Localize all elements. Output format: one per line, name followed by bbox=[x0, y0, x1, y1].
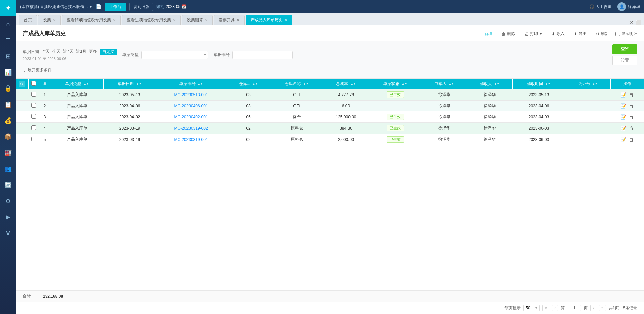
row-number-cell[interactable]: MC-20230402-001 bbox=[156, 111, 226, 123]
sidebar-item-clipboard[interactable]: 📋 bbox=[0, 97, 16, 113]
workbench-button[interactable]: 工作台 bbox=[105, 3, 126, 11]
delete-row-icon[interactable]: 🗑 bbox=[629, 103, 634, 109]
query-button[interactable]: 查询 bbox=[612, 44, 637, 54]
tab-purchase-vat[interactable]: 查看进项增值税专用发票 ✕ bbox=[122, 15, 181, 25]
col-status[interactable]: 单据状态 ▲▼ bbox=[369, 79, 422, 89]
row-checkbox[interactable] bbox=[31, 92, 36, 97]
sidebar-item-menu[interactable]: ☰ bbox=[0, 32, 16, 48]
row-checkbox[interactable] bbox=[31, 103, 36, 108]
switch-version-button[interactable]: 切到旧版 bbox=[129, 3, 153, 11]
select-all-checkbox[interactable] bbox=[31, 81, 36, 86]
tab-sales-vat[interactable]: 查看销项增值税专用发票 ✕ bbox=[62, 15, 121, 25]
edit-icon[interactable]: 📝 bbox=[621, 103, 626, 109]
page-input[interactable] bbox=[568, 305, 581, 311]
tab-purchase-vat-close[interactable]: ✕ bbox=[173, 18, 176, 22]
col-warehouse-name[interactable]: 仓库名称 ▲▼ bbox=[270, 79, 323, 89]
col-settings[interactable]: ⚙ bbox=[16, 79, 28, 89]
yesterday-link[interactable]: 昨天 bbox=[42, 49, 50, 55]
main-area: (库存核算) 直播轻捷通信息技术股份... ▼ 📄 工作台 切到旧版 账期 20… bbox=[16, 0, 644, 314]
sidebar-item-finance[interactable]: 💰 bbox=[0, 113, 16, 129]
delete-row-icon[interactable]: 🗑 bbox=[629, 126, 634, 131]
delete-row-icon[interactable]: 🗑 bbox=[629, 137, 634, 142]
row-action-cell: 📝 🗑 bbox=[610, 111, 644, 123]
row-number-cell[interactable]: MC-20230319-001 bbox=[156, 134, 226, 145]
row-number-cell[interactable]: MC-20230319-002 bbox=[156, 123, 226, 134]
calendar-icon[interactable]: 📅 bbox=[182, 4, 187, 9]
row-wname-cell: GEf bbox=[270, 89, 323, 101]
month-link[interactable]: 近1月 bbox=[76, 49, 87, 55]
row-number-cell[interactable]: MC-20230513-001 bbox=[156, 89, 226, 101]
col-date[interactable]: 单据日期 ▲▼ bbox=[103, 79, 156, 89]
custom-date-link[interactable]: 自定义 bbox=[100, 49, 117, 55]
col-voucher[interactable]: 凭证号 ▲▼ bbox=[565, 79, 610, 89]
per-page-select[interactable]: 20 50 100 bbox=[523, 305, 540, 311]
delete-row-icon[interactable]: 🗑 bbox=[629, 114, 634, 120]
tab-invoice-close[interactable]: ✕ bbox=[53, 18, 56, 22]
today-link[interactable]: 今天 bbox=[52, 49, 60, 55]
refresh-button[interactable]: ↺ 刷新 bbox=[593, 29, 611, 38]
sidebar-item-version[interactable]: V bbox=[0, 225, 16, 241]
setting-button[interactable]: 设置 bbox=[612, 56, 637, 65]
col-number[interactable]: 单据编号 ▲▼ bbox=[156, 79, 226, 89]
row-number-cell[interactable]: MC-20230406-001 bbox=[156, 101, 226, 111]
next-page-btn[interactable]: › bbox=[590, 305, 596, 311]
content-area: 产成品入库单历史 + 新增 🗑 删除 🖨 打印 ▼ ⬇ 导入 bbox=[16, 25, 644, 314]
sidebar-item-people[interactable]: 👥 bbox=[0, 161, 16, 177]
sidebar-item-refresh[interactable]: 🔄 bbox=[0, 177, 16, 193]
delete-button[interactable]: 🗑 删除 bbox=[499, 29, 518, 38]
edit-icon[interactable]: 📝 bbox=[621, 137, 626, 142]
col-type[interactable]: 单据类型 ▲▼ bbox=[51, 79, 103, 89]
number-input[interactable] bbox=[232, 51, 293, 59]
week-link[interactable]: 近7天 bbox=[63, 49, 73, 55]
sidebar-item-production[interactable]: 🏭 bbox=[0, 145, 16, 161]
edit-icon[interactable]: 📝 bbox=[621, 114, 626, 120]
edit-icon[interactable]: 📝 bbox=[621, 126, 626, 131]
col-modifier[interactable]: 修改人 ▲▼ bbox=[467, 79, 512, 89]
sidebar-item-settings[interactable]: ⚙ bbox=[0, 193, 16, 209]
tab-open-close[interactable]: ✕ bbox=[237, 18, 239, 22]
tab-product-history-close[interactable]: ✕ bbox=[285, 18, 287, 22]
tab-product-history[interactable]: 产成品入库单历史 ✕ bbox=[246, 15, 292, 25]
row-checkbox[interactable] bbox=[31, 137, 36, 141]
sidebar-item-lock[interactable]: 🔒 bbox=[0, 80, 16, 97]
tab-maximize[interactable]: ⬜ bbox=[636, 20, 641, 25]
show-detail-checkbox[interactable] bbox=[615, 32, 620, 36]
expand-filter-btn[interactable]: ⌄ 展开更多条件 bbox=[23, 65, 637, 75]
column-settings-icon[interactable]: ⚙ bbox=[19, 81, 25, 87]
sidebar-item-home[interactable]: ⌂ bbox=[0, 16, 16, 32]
import-button[interactable]: ⬇ 导入 bbox=[549, 29, 567, 38]
sidebar-item-chart[interactable]: 📊 bbox=[0, 64, 16, 80]
col-creator[interactable]: 制单人 ▲▼ bbox=[422, 79, 467, 89]
tab-home[interactable]: 首页 bbox=[19, 15, 37, 25]
export-button[interactable]: ⬆ 导出 bbox=[571, 29, 589, 38]
row-num-cell: 1 bbox=[39, 89, 51, 101]
row-checkbox[interactable] bbox=[31, 125, 36, 130]
show-detail-toggle[interactable]: 显示明细 bbox=[615, 31, 637, 37]
support-link[interactable]: 🎧 人工咨询 bbox=[589, 4, 612, 10]
prev-page-btn[interactable]: ‹ bbox=[552, 305, 558, 311]
tab-calc[interactable]: 发票测算 ✕ bbox=[182, 15, 213, 25]
edit-icon[interactable]: 📝 bbox=[621, 92, 626, 98]
col-modify-time[interactable]: 修改时间 ▲▼ bbox=[513, 79, 565, 89]
col-total-cost[interactable]: 总成本 ▲▼ bbox=[323, 79, 369, 89]
doc-icon: 📄 bbox=[96, 4, 101, 9]
first-page-btn[interactable]: « bbox=[542, 305, 549, 311]
last-page-btn[interactable]: » bbox=[599, 305, 606, 311]
more-link[interactable]: 更多 bbox=[89, 49, 97, 55]
print-button[interactable]: 🖨 打印 ▼ bbox=[522, 29, 545, 38]
row-type-cell: 产品入库单 bbox=[51, 134, 103, 145]
sidebar-item-warehouse[interactable]: 📦 bbox=[0, 129, 16, 145]
delete-row-icon[interactable]: 🗑 bbox=[629, 92, 634, 98]
tab-sales-vat-close[interactable]: ✕ bbox=[113, 18, 116, 22]
sidebar-item-play[interactable]: ▶ bbox=[0, 209, 16, 225]
tab-close-all[interactable]: ✕ bbox=[630, 20, 634, 25]
row-checkbox[interactable] bbox=[31, 114, 36, 119]
col-warehouse-code[interactable]: 仓库... ▲▼ bbox=[226, 79, 270, 89]
tab-calc-close[interactable]: ✕ bbox=[205, 18, 208, 22]
new-button[interactable]: + 新增 bbox=[478, 29, 495, 38]
sidebar-item-grid[interactable]: ⊞ bbox=[0, 48, 16, 64]
tab-open[interactable]: 发票开具 ✕ bbox=[214, 15, 245, 25]
tab-invoice[interactable]: 发票 ✕ bbox=[38, 15, 61, 25]
user-info[interactable]: 👤 徐泽华 bbox=[617, 2, 640, 11]
type-select[interactable]: 产品入库单 bbox=[141, 51, 208, 59]
